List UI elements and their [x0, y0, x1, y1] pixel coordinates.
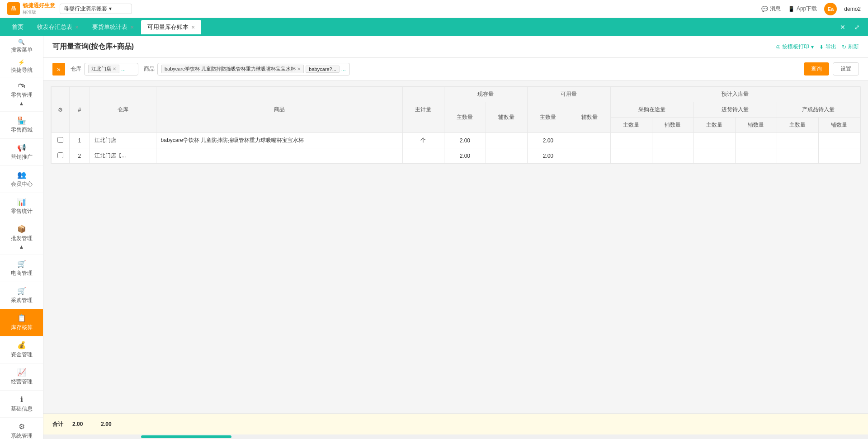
member-icon: 👥	[17, 170, 26, 179]
chevron-icon: ▲	[19, 244, 24, 250]
product-more[interactable]: ...	[341, 66, 346, 72]
refresh-button[interactable]: ↻ 刷新	[842, 43, 859, 51]
page-title: 可用量查询(按仓库+商品)	[52, 42, 134, 52]
top-bar-right: 💬 消息 📱 App下载 Ea demo2	[761, 3, 861, 15]
row-production-main	[777, 148, 818, 164]
row-check[interactable]	[52, 148, 70, 164]
close-icon[interactable]: ✕	[75, 25, 79, 30]
maximize-button[interactable]: ⤢	[852, 22, 863, 33]
sidebar-item-basic-info[interactable]: ℹ 基础信息	[0, 391, 43, 418]
username[interactable]: demo2	[844, 6, 861, 12]
row-import-main	[693, 148, 735, 164]
row-purchase-main	[610, 133, 652, 148]
warehouse-tag: 江北门店 ✕	[88, 65, 119, 73]
close-icon[interactable]: ✕	[130, 25, 134, 30]
purchase-icon: 🛒	[17, 287, 26, 295]
row-avail-aux	[569, 133, 610, 148]
scroll-thumb[interactable]	[141, 435, 231, 438]
bottom-bar: 合计 2.00 2.00	[43, 413, 868, 434]
row-purchase-main	[610, 148, 652, 164]
retail-store-icon: 🏪	[17, 116, 26, 125]
sidebar-item-inventory[interactable]: 📋 库存核算	[0, 309, 43, 336]
tab-available-stock[interactable]: 可用量库存账本 ✕	[141, 20, 201, 34]
product-input[interactable]: babycare学饮杯 儿童防摔防撞吸管杯重力球吸嘴杯宝宝水杯 ✕ babyca…	[157, 63, 350, 76]
total-values: 2.00 2.00	[72, 421, 112, 427]
th-stock-main: 主数量	[444, 102, 486, 133]
table-row: 1 江北门店 babycare学饮杯 儿童防摔防撞吸管杯重力球吸嘴杯宝宝水杯 个…	[52, 133, 860, 148]
sidebar: 🔍 搜索菜单 ⚡ 快捷导航 🛍 零售管理 ▲ 🏪 零售商城 📢 营销推广 👥 会…	[0, 36, 43, 439]
row-warehouse: 江北门店【...	[90, 148, 156, 164]
tab-receive-send[interactable]: 收发存汇总表 ✕	[31, 20, 85, 34]
filter-toggle-button[interactable]: »	[52, 63, 65, 76]
row-avail-main: 2.00	[527, 148, 569, 164]
chevron-down-icon: ▾	[811, 44, 814, 50]
sidebar-item-member[interactable]: 👥 会员中心	[0, 166, 43, 193]
marketing-icon: 📢	[17, 143, 26, 152]
sidebar-item-purchase[interactable]: 🛒 采购管理	[0, 282, 43, 309]
query-button[interactable]: 查询	[804, 62, 829, 76]
row-purchase-aux	[652, 148, 693, 164]
search-menu-button[interactable]: 🔍 搜索菜单	[0, 36, 43, 57]
tab-home[interactable]: 首页	[5, 20, 30, 34]
th-import: 进货待入量	[693, 102, 777, 118]
app-download-icon: 📱	[788, 6, 795, 12]
th-inbound: 预计入库量	[610, 87, 860, 102]
app-download-action[interactable]: 📱 App下载	[788, 5, 817, 13]
wholesale-icon: 📦	[17, 225, 26, 233]
th-avail-aux: 辅数量	[569, 102, 610, 133]
quick-nav-button[interactable]: ⚡ 快捷导航	[0, 57, 43, 77]
sidebar-item-marketing[interactable]: 📢 营销推广	[0, 139, 43, 166]
brand-icon: 品	[7, 2, 20, 15]
scrollbar-bottom[interactable]	[43, 434, 868, 439]
remove-product-tag-1[interactable]: ✕	[297, 66, 301, 71]
th-warehouse: 仓库	[90, 87, 156, 133]
sidebar-item-finance[interactable]: 💰 资金管理	[0, 336, 43, 363]
sidebar-item-retail-mgmt[interactable]: 🛍 零售管理 ▲	[0, 77, 43, 112]
th-avail-main: 主数量	[527, 102, 569, 133]
close-icon[interactable]: ✕	[191, 25, 195, 30]
th-production-aux: 辅数量	[818, 118, 860, 133]
sidebar-item-ecommerce[interactable]: 🛒 电商管理	[0, 255, 43, 282]
remove-warehouse-tag[interactable]: ✕	[113, 66, 116, 71]
table-row: 2 江北门店【... 2.00 2.00	[52, 148, 860, 164]
row-unit: 个	[402, 133, 444, 148]
row-purchase-aux	[652, 133, 693, 148]
finance-icon: 💰	[17, 341, 26, 349]
row-check[interactable]	[52, 133, 70, 148]
brand-logo: 品 畅捷通好生意 标准版	[7, 2, 55, 15]
export-button[interactable]: ⬇ 导出	[819, 43, 836, 51]
th-import-aux: 辅数量	[735, 118, 777, 133]
row-unit	[402, 148, 444, 164]
th-gear[interactable]: ⚙	[52, 87, 70, 133]
avatar[interactable]: Ea	[824, 3, 837, 15]
row-import-aux	[735, 148, 777, 164]
warehouse-input[interactable]: 江北门店 ✕ ...	[84, 63, 138, 76]
warehouse-more[interactable]: ...	[121, 66, 126, 72]
th-purchase-aux: 辅数量	[652, 118, 693, 133]
row-index: 1	[70, 133, 90, 148]
row-checkbox[interactable]	[57, 152, 63, 158]
settings-button[interactable]: 设置	[833, 62, 859, 76]
sidebar-item-retail-store[interactable]: 🏪 零售商城	[0, 112, 43, 139]
row-checkbox[interactable]	[57, 137, 63, 143]
product-tag-1: babycare学饮杯 儿童防摔防撞吸管杯重力球吸嘴杯宝宝水杯 ✕	[161, 65, 304, 73]
sidebar-item-system[interactable]: ⚙ 系统管理	[0, 418, 43, 439]
sidebar-item-wholesale[interactable]: 📦 批发管理 ▲	[0, 220, 43, 255]
sidebar-item-retail-stats[interactable]: 📊 零售统计	[0, 193, 43, 220]
brand-sub: 标准版	[23, 9, 55, 15]
sidebar-item-operations[interactable]: 📈 经营管理	[0, 363, 43, 391]
row-production-aux	[818, 133, 860, 148]
message-action[interactable]: 💬 消息	[761, 5, 781, 13]
print-icon: 🖨	[775, 44, 780, 50]
basic-info-icon: ℹ	[20, 395, 23, 404]
product-tag-2: babycare?...	[306, 66, 340, 73]
tab-order-stats[interactable]: 要货单统计表 ✕	[86, 20, 140, 34]
industry-selector[interactable]: 母婴行业演示账套 ▾	[60, 4, 132, 14]
gear-icon[interactable]: ⚙	[58, 107, 63, 113]
print-button[interactable]: 🖨 按模板打印 ▾	[775, 43, 814, 51]
close-window-button[interactable]: ✕	[837, 22, 848, 33]
nav-right-controls: ✕ ⤢	[837, 22, 863, 33]
export-icon: ⬇	[819, 44, 824, 50]
th-product: 商品	[156, 87, 402, 133]
product-filter: 商品 babycare学饮杯 儿童防摔防撞吸管杯重力球吸嘴杯宝宝水杯 ✕ bab…	[144, 63, 350, 76]
